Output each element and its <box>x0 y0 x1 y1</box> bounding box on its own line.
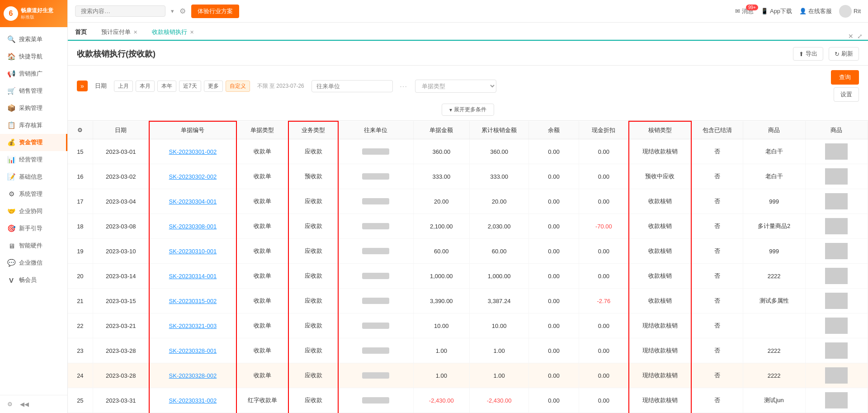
cell-settled: 否 <box>691 164 743 189</box>
doc-code-link[interactable]: SK-20230315-002 <box>169 298 217 304</box>
filter-doc-type-select[interactable]: 单据类型 <box>415 80 496 93</box>
filter-date-this-year[interactable]: 本年 <box>157 81 176 92</box>
tabs-bar: 首页 预计应付单 ✕ 收款核销执行 ✕ ✕ ⤢ <box>68 23 868 41</box>
cell-balance: 0.00 <box>529 189 579 214</box>
topbar-solution-button[interactable]: 体验行业方案 <box>191 5 239 18</box>
cell-biz-type: 应收款 <box>288 338 339 363</box>
cell-doc-type: 收款单 <box>236 264 288 289</box>
sidebar-bottom: ⚙ ◀◀ <box>0 395 67 413</box>
sidebar-item-hardware[interactable]: 🖥 智能硬件 <box>0 237 67 254</box>
sidebar-item-search-menu[interactable]: 🔍 搜索菜单 <box>0 31 67 48</box>
sidebar-item-guide[interactable]: 🎯 新手引导 <box>0 220 67 237</box>
sidebar-item-marketing[interactable]: 📢 营销推广 <box>0 65 67 82</box>
notification-button[interactable]: ✉ 消息 99+ <box>735 7 754 15</box>
filter-date-7days[interactable]: 近7天 <box>179 81 201 92</box>
cell-cash-discount: 0.00 <box>579 363 629 388</box>
filter-toggle-button[interactable]: » <box>77 81 88 91</box>
blurred-partner <box>362 148 389 155</box>
sidebar-item-operation[interactable]: 📊 经营管理 <box>0 151 67 168</box>
sidebar-item-inventory[interactable]: 📋 库存核算 <box>0 117 67 134</box>
query-button[interactable]: 查询 <box>831 70 859 85</box>
cell-accum-verify: 333.00 <box>469 164 528 189</box>
sidebar-item-purchase[interactable]: 📦 采购管理 <box>0 100 67 117</box>
topbar-gear-icon[interactable]: ⚙ <box>179 7 186 15</box>
filter-date-last-month[interactable]: 上月 <box>114 81 133 92</box>
refresh-label: 刷新 <box>841 50 853 58</box>
tab-verify[interactable]: 收款核销执行 ✕ <box>145 24 201 41</box>
enterprise-icon: 🤝 <box>7 207 15 215</box>
doc-code-link[interactable]: SK-20230304-001 <box>169 198 217 205</box>
table-row: 19 2023-03-10 SK-20230310-001 收款单 应收款 60… <box>68 239 868 264</box>
cell-cash-discount: 0.00 <box>579 239 629 264</box>
refresh-button[interactable]: ↻ 刷新 <box>829 47 859 61</box>
col-header-no: ⚙ <box>68 121 93 139</box>
collapse-icon[interactable]: ◀◀ <box>20 401 29 408</box>
filter-more-dots[interactable]: ··· <box>400 83 408 90</box>
sidebar-item-label: 资金管理 <box>19 138 42 147</box>
filter-date-custom[interactable]: 自定义 <box>226 81 250 92</box>
topbar-chevron-icon[interactable]: ▾ <box>171 8 174 14</box>
topbar-search-input[interactable] <box>75 5 165 17</box>
cell-goods2 <box>805 289 868 313</box>
sidebar-item-quick-nav[interactable]: 🏠 快捷导航 <box>0 48 67 65</box>
sidebar-item-enterprise[interactable]: 🤝 企业协同 <box>0 203 67 220</box>
tab-verify-label: 收款核销执行 <box>152 28 187 36</box>
cell-no: 21 <box>68 289 93 313</box>
hardware-icon: 🖥 <box>7 242 15 250</box>
cell-doc-type: 收款单 <box>236 289 288 313</box>
sidebar-item-basic[interactable]: 📝 基础信息 <box>0 168 67 185</box>
doc-code-link[interactable]: SK-20230328-001 <box>169 347 217 354</box>
online-service-button[interactable]: 👤 在线客服 <box>799 7 832 15</box>
cell-partner <box>338 388 413 413</box>
system-icon: ⚙ <box>7 190 15 198</box>
doc-code-link[interactable]: SK-20230308-001 <box>169 223 217 230</box>
cell-goods2 <box>805 264 868 289</box>
sidebar-item-sales[interactable]: 🛒 销售管理 <box>0 82 67 100</box>
cell-doc-amount: 10.00 <box>413 313 469 338</box>
doc-code-link[interactable]: SK-20230331-002 <box>169 397 217 404</box>
doc-code-link[interactable]: SK-20230328-002 <box>169 372 217 379</box>
tab-expand-icon[interactable]: ⤢ <box>857 33 863 40</box>
filter-date-more[interactable]: 更多 <box>204 81 223 92</box>
col-header-goods: 商品 <box>743 121 805 139</box>
settings-col-icon[interactable]: ⚙ <box>77 127 83 133</box>
table-row: 25 2023-03-31 SK-20230331-002 红字收款单 应收款 … <box>68 388 868 413</box>
tab-home[interactable]: 首页 <box>68 24 94 41</box>
filter-date-label: 日期 <box>95 82 107 90</box>
settings-bottom-icon[interactable]: ⚙ <box>7 401 13 408</box>
cell-goods: 2222 <box>743 264 805 289</box>
sidebar-item-finance[interactable]: 💰 资金管理 <box>0 134 67 151</box>
tab-verify-close-icon[interactable]: ✕ <box>190 29 194 35</box>
tab-prepay-close-icon[interactable]: ✕ <box>133 29 137 35</box>
cell-date: 2023-03-08 <box>93 214 149 239</box>
filter-date-this-month[interactable]: 本月 <box>136 81 155 92</box>
table-row: 16 2023-03-02 SK-20230302-002 收款单 预收款 33… <box>68 164 868 189</box>
cell-cash-discount: 0.00 <box>579 164 629 189</box>
cell-cancel-type: 现结收款核销 <box>629 313 691 338</box>
cell-goods: 999 <box>743 189 805 214</box>
sidebar-item-wechat[interactable]: 💬 企业微信 <box>0 254 67 271</box>
cell-doc-code: SK-20230310-001 <box>149 239 236 264</box>
filter-setting-button[interactable]: 设置 <box>834 87 859 102</box>
sidebar-item-member[interactable]: V 畅会员 <box>0 271 67 289</box>
filter-partner-input[interactable] <box>311 80 393 92</box>
guide-icon: 🎯 <box>7 224 15 233</box>
sidebar-item-system[interactable]: ⚙ 系统管理 <box>0 185 67 203</box>
doc-code-link[interactable]: SK-20230314-001 <box>169 273 217 280</box>
doc-code-link[interactable]: SK-20230321-003 <box>169 323 217 329</box>
app-download-button[interactable]: 📱 App下载 <box>761 7 792 15</box>
table-row: 21 2023-03-15 SK-20230315-002 收款单 应收款 3,… <box>68 289 868 313</box>
col-header-goods2: 商品 <box>805 121 868 139</box>
page-title: 收款核销执行(按收款) <box>77 48 156 59</box>
user-avatar[interactable]: Rit <box>839 5 861 18</box>
doc-code-link[interactable]: SK-20230310-001 <box>169 248 217 255</box>
export-button[interactable]: ⬆ 导出 <box>793 47 823 61</box>
tab-close-all-icon[interactable]: ✕ <box>848 33 854 40</box>
cell-doc-code: SK-20230331-002 <box>149 388 236 413</box>
expand-more-button[interactable]: ▾ 展开更多条件 <box>442 104 494 116</box>
doc-code-link[interactable]: SK-20230302-002 <box>169 173 217 180</box>
tab-prepay[interactable]: 预计应付单 ✕ <box>94 24 145 41</box>
doc-code-link[interactable]: SK-20230301-002 <box>169 148 217 155</box>
sidebar-item-label: 畅会员 <box>19 276 37 284</box>
cell-date: 2023-03-15 <box>93 289 149 313</box>
